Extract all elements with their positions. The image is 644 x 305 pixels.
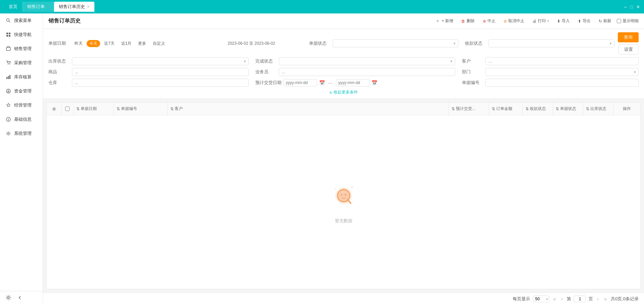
salesperson-input[interactable] xyxy=(279,68,456,76)
svg-rect-6 xyxy=(6,47,10,50)
th-status-sort: ⇅ xyxy=(556,107,559,111)
filter-row-1: 单据日期 昨天 今天 近7天 近1月 更多 自定义 2023-06-02 至 2… xyxy=(48,32,639,54)
svg-point-23 xyxy=(335,188,336,189)
export-button[interactable]: ⬆ 导出 xyxy=(575,17,593,25)
print-button[interactable]: 🖨 打印 ▾ xyxy=(530,17,552,25)
import-button[interactable]: ⬇ 导入 xyxy=(554,17,572,25)
print-chevron-icon: ▾ xyxy=(547,19,549,23)
svg-point-12 xyxy=(6,89,10,93)
tab-home[interactable]: 首页 xyxy=(4,2,23,12)
page-size-wrap: 20 50 100 200 xyxy=(533,296,549,302)
th-num[interactable]: ⇅ 单据编号 xyxy=(114,103,168,115)
sidebar-item-purchase[interactable]: 采购管理 xyxy=(0,56,43,70)
show-detail-checkbox-label: 显示明细 xyxy=(617,18,639,24)
page-label: 第 xyxy=(567,296,571,302)
restore-button[interactable]: □ xyxy=(630,4,633,9)
product-input[interactable] xyxy=(72,68,249,76)
payment-status-select[interactable] xyxy=(488,39,614,47)
done-status-select[interactable] xyxy=(279,57,456,65)
date-tag-more[interactable]: 更多 xyxy=(135,40,149,47)
th-amount[interactable]: ⇅ 订单金额 xyxy=(489,103,523,115)
sidebar-item-purchase-label: 采购管理 xyxy=(14,60,32,66)
product-label: 商品 xyxy=(48,69,70,75)
sidebar-item-nav-label: 快捷导航 xyxy=(14,32,32,38)
show-detail-checkbox[interactable] xyxy=(617,19,621,23)
svg-point-15 xyxy=(7,297,9,299)
sidebar-item-manage[interactable]: 经营管理 xyxy=(0,98,43,112)
th-status[interactable]: ⇅ 单据状态 xyxy=(553,103,583,115)
cal-start-icon[interactable]: 📅 xyxy=(319,80,325,85)
th-date[interactable]: ⇅ 单据日期 xyxy=(74,103,114,115)
page-size-select[interactable]: 20 50 100 200 xyxy=(533,296,549,302)
set-button[interactable]: 设置 xyxy=(618,44,639,54)
sidebar-item-finance[interactable]: 资金管理 xyxy=(0,84,43,98)
new-icon: ＋ xyxy=(436,18,440,24)
date-range-text: 2023-06-02 至 2023-06-02 xyxy=(228,41,275,46)
th-checkbox[interactable] xyxy=(61,103,74,114)
sidebar-item-system[interactable]: 系统管理 xyxy=(0,126,43,141)
svg-point-22 xyxy=(345,194,346,196)
date-label: 单据日期 xyxy=(48,40,70,46)
sidebar-bottom xyxy=(0,291,43,305)
stop-button[interactable]: ⊗ 中止 xyxy=(480,17,498,25)
date-tag-yesterday[interactable]: 昨天 xyxy=(72,40,85,47)
page-input[interactable] xyxy=(574,296,586,302)
cal-end-icon[interactable]: 📅 xyxy=(372,80,377,85)
sidebar-item-system-label: 系统管理 xyxy=(14,130,32,137)
bill-status-select[interactable] xyxy=(333,39,459,47)
sidebar-item-manage-label: 经营管理 xyxy=(14,102,32,108)
toolbar: ＋ + 新增 🗑 删除 ⊗ 中止 ⊘ 取消中止 🖨 打印 xyxy=(433,17,639,25)
query-button[interactable]: 查询 xyxy=(618,32,639,42)
sidebar-item-search[interactable]: 搜索菜单 xyxy=(0,13,43,28)
sidebar-item-stock[interactable]: 库存核算 xyxy=(0,70,43,84)
out-status-select[interactable] xyxy=(72,57,249,65)
date-tag-1month[interactable]: 近1月 xyxy=(119,40,134,47)
date-tag-custom[interactable]: 自定义 xyxy=(150,40,168,47)
th-num-sort: ⇅ xyxy=(117,107,120,111)
close-button[interactable]: ✕ xyxy=(636,4,640,9)
minimize-button[interactable]: ─ xyxy=(624,4,627,9)
filter-delivery-date: 预计交货日期 📅 — 📅 xyxy=(255,79,456,86)
tab-sales-order[interactable]: 销售订单 × xyxy=(23,2,54,12)
select-all-checkbox[interactable] xyxy=(65,107,70,111)
sidebar-collapse-icon[interactable] xyxy=(17,295,23,302)
delivery-date-start[interactable] xyxy=(284,79,317,86)
sidebar-item-info-label: 基础信息 xyxy=(14,116,32,122)
dept-select[interactable] xyxy=(485,68,639,76)
sidebar-item-sales[interactable]: 销售管理 xyxy=(0,42,43,56)
first-page-button[interactable]: « xyxy=(552,296,557,302)
warehouse-label: 仓库 xyxy=(48,80,70,86)
th-settings[interactable] xyxy=(47,103,61,115)
svg-line-1 xyxy=(9,21,10,23)
sidebar-item-info[interactable]: 基础信息 xyxy=(0,112,43,126)
refresh-button[interactable]: ↻ 刷新 xyxy=(596,17,614,25)
delivery-date-end[interactable] xyxy=(336,79,370,86)
th-out[interactable]: ⇅ 出库状态 xyxy=(583,103,613,115)
print-icon: 🖨 xyxy=(532,19,536,24)
tab-sales-history-close[interactable]: × xyxy=(87,4,89,9)
tab-sales-order-close[interactable]: × xyxy=(47,4,49,9)
next-page-button[interactable]: › xyxy=(596,296,600,302)
collapse-row[interactable]: ∧ 收起更多条件 xyxy=(48,89,639,95)
purchase-icon xyxy=(5,60,11,66)
last-page-button[interactable]: » xyxy=(603,296,608,302)
warehouse-input[interactable] xyxy=(72,79,249,87)
bill-no-input[interactable] xyxy=(485,79,639,87)
th-pay[interactable]: ⇅ 收款状态 xyxy=(523,103,553,115)
delete-button[interactable]: 🗑 删除 xyxy=(459,17,477,25)
cancel-stop-button[interactable]: ⊘ 取消中止 xyxy=(501,17,527,25)
th-delivery[interactable]: ⇅ 预计交货... xyxy=(449,103,489,115)
sidebar-settings-icon[interactable] xyxy=(5,295,11,302)
filter-dept: 部门 xyxy=(462,68,639,76)
prev-page-button[interactable]: ‹ xyxy=(560,296,564,302)
customer-input[interactable] xyxy=(485,57,639,65)
sidebar-item-nav[interactable]: 快捷导航 xyxy=(0,28,43,42)
date-tag-7days[interactable]: 近7天 xyxy=(101,40,117,47)
filter-payment-status: 收款状态 xyxy=(465,39,614,47)
date-tag-today[interactable]: 今天 xyxy=(87,40,100,47)
bill-status-select-wrap xyxy=(333,39,459,47)
th-customer[interactable]: ⇅ 客户 xyxy=(168,103,449,115)
th-out-sort: ⇅ xyxy=(586,107,589,111)
new-button[interactable]: ＋ + 新增 xyxy=(433,17,456,25)
tab-sales-history[interactable]: 销售订单历史 × xyxy=(54,2,94,12)
